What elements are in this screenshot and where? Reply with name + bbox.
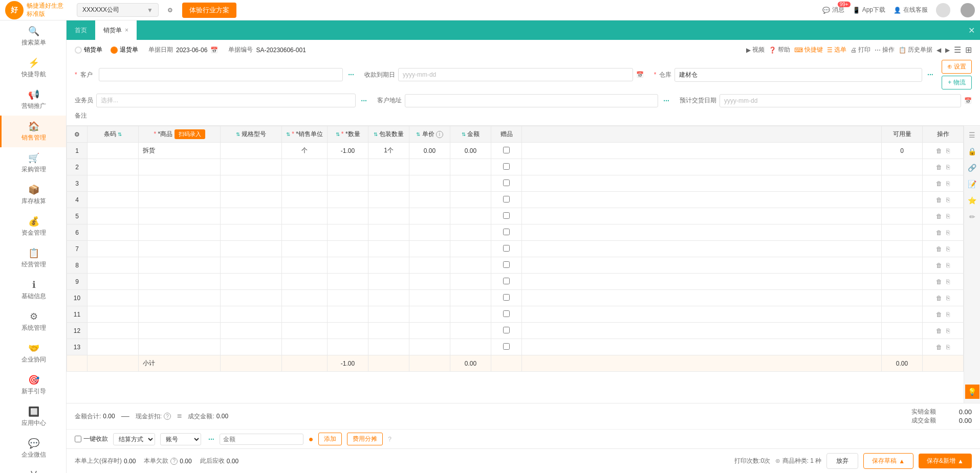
row-spec[interactable] xyxy=(221,306,282,323)
th-pack-qty[interactable]: ⇅ 包装数量 xyxy=(368,126,409,143)
row-product[interactable]: 拆货 xyxy=(139,143,221,159)
right-panel-orange-icon[interactable]: 💡 xyxy=(965,385,979,399)
row-amount[interactable] xyxy=(450,208,491,224)
row-price[interactable] xyxy=(409,257,450,274)
row-barcode[interactable] xyxy=(88,257,139,274)
row-price[interactable] xyxy=(409,224,450,241)
row-unit[interactable] xyxy=(282,175,328,192)
th-available[interactable]: 可用量 xyxy=(882,126,923,143)
th-amount[interactable]: ⇅ 金额 xyxy=(450,126,491,143)
row-barcode[interactable] xyxy=(88,290,139,306)
row-product[interactable] xyxy=(139,257,221,274)
settings-button[interactable]: ⊕ 设置 xyxy=(942,60,972,74)
row-pack-qty[interactable] xyxy=(368,257,409,274)
prev-record-button[interactable]: ◀ xyxy=(937,47,941,54)
one-click-payment-checkbox[interactable]: 一键收款 xyxy=(75,435,108,443)
delete-icon[interactable]: 🗑 xyxy=(936,229,942,236)
sidebar-item-企业微信[interactable]: 💬企业微信 xyxy=(0,433,66,464)
warehouse-input[interactable]: 建材仓 xyxy=(674,68,922,82)
row-amount[interactable] xyxy=(450,224,491,241)
row-barcode[interactable] xyxy=(88,306,139,323)
row-gift[interactable] xyxy=(491,257,522,274)
sidebar-item-应用中心[interactable]: 🔲应用中心 xyxy=(0,401,66,433)
delete-icon[interactable]: 🗑 xyxy=(936,295,942,302)
row-qty[interactable] xyxy=(328,257,368,274)
row-pack-qty[interactable] xyxy=(368,175,409,192)
row-gift[interactable] xyxy=(491,208,522,224)
right-panel-list-icon[interactable]: ☰ xyxy=(965,128,979,142)
sidebar-item-搜索菜单[interactable]: 🔍搜索菜单 xyxy=(0,20,66,52)
row-pack-qty[interactable] xyxy=(368,290,409,306)
row-product[interactable] xyxy=(139,241,221,257)
row-price[interactable] xyxy=(409,274,450,290)
warehouse-more-icon[interactable]: ··· xyxy=(927,71,933,79)
right-panel-note-icon[interactable]: 📝 xyxy=(965,177,979,191)
row-amount[interactable] xyxy=(450,159,491,175)
right-panel-edit-icon[interactable]: ✏ xyxy=(965,210,979,224)
th-price[interactable]: ⇅ 单价 i xyxy=(409,126,450,143)
row-pack-qty[interactable] xyxy=(368,208,409,224)
row-unit[interactable] xyxy=(282,257,328,274)
copy-icon[interactable]: ⎘ xyxy=(946,245,950,253)
row-gift[interactable] xyxy=(491,159,522,175)
delete-icon[interactable]: 🗑 xyxy=(936,278,942,285)
delivery-calendar-icon[interactable]: 📅 xyxy=(964,97,972,104)
list-view-button[interactable]: ☰ xyxy=(954,45,961,55)
row-spec[interactable] xyxy=(221,208,282,224)
row-qty[interactable] xyxy=(328,306,368,323)
row-barcode[interactable] xyxy=(88,339,139,355)
row-unit[interactable] xyxy=(282,339,328,355)
row-spec[interactable] xyxy=(221,274,282,290)
row-barcode[interactable] xyxy=(88,192,139,208)
sidebar-item-基础信息[interactable]: ℹ基础信息 xyxy=(0,274,66,306)
account-select[interactable]: 账号 xyxy=(160,433,201,445)
sidebar-item-采购管理[interactable]: 🛒采购管理 xyxy=(0,147,66,179)
row-price[interactable]: 0.00 xyxy=(409,143,450,159)
row-pack-qty[interactable] xyxy=(368,159,409,175)
scan-button[interactable]: 扫码录入 xyxy=(175,129,205,139)
row-qty[interactable] xyxy=(328,339,368,355)
right-panel-star-icon[interactable]: ⭐ xyxy=(965,193,979,208)
discard-button[interactable]: 放弃 xyxy=(826,453,858,469)
row-spec[interactable] xyxy=(221,257,282,274)
radio-sales-order[interactable]: 销货单 xyxy=(75,46,102,54)
row-qty[interactable] xyxy=(328,159,368,175)
row-price[interactable] xyxy=(409,306,450,323)
row-product[interactable] xyxy=(139,306,221,323)
row-price[interactable] xyxy=(409,175,450,192)
sidebar-item-新手引导[interactable]: 🎯新手引导 xyxy=(0,369,66,401)
save-new-button[interactable]: 保存&新增 ▲ xyxy=(919,454,972,468)
discount-info-icon[interactable]: ? xyxy=(164,413,171,420)
tab-home[interactable]: 首页 xyxy=(67,20,95,40)
sidebar-item-企业协同[interactable]: 🤝企业协同 xyxy=(0,337,66,369)
account-more-icon[interactable]: ··· xyxy=(208,435,214,443)
row-barcode[interactable] xyxy=(88,159,139,175)
row-amount[interactable] xyxy=(450,175,491,192)
app-download-button[interactable]: 📱 App下载 xyxy=(853,6,885,14)
tab-bar-close[interactable]: ✕ xyxy=(968,26,980,35)
row-amount[interactable]: 0.00 xyxy=(450,143,491,159)
th-unit[interactable]: ⇅ * *销售单位 xyxy=(282,126,328,143)
row-barcode[interactable] xyxy=(88,224,139,241)
customer-address-input[interactable] xyxy=(405,94,658,107)
delete-icon[interactable]: 🗑 xyxy=(936,147,942,154)
row-spec[interactable] xyxy=(221,323,282,339)
row-price[interactable] xyxy=(409,241,450,257)
row-product[interactable] xyxy=(139,274,221,290)
sidebar-item-经营管理[interactable]: 📋经营管理 xyxy=(0,242,66,274)
row-product[interactable] xyxy=(139,339,221,355)
video-button[interactable]: ▶视频 xyxy=(746,46,765,54)
row-gift[interactable] xyxy=(491,274,522,290)
row-gift[interactable] xyxy=(491,241,522,257)
sidebar-item-库存核算[interactable]: 📦库存核算 xyxy=(0,179,66,211)
row-pack-qty[interactable] xyxy=(368,224,409,241)
copy-icon[interactable]: ⎘ xyxy=(946,180,950,187)
row-pack-qty[interactable] xyxy=(368,241,409,257)
row-spec[interactable] xyxy=(221,224,282,241)
delete-icon[interactable]: 🗑 xyxy=(936,327,942,334)
row-unit[interactable] xyxy=(282,159,328,175)
right-panel-link-icon[interactable]: 🔗 xyxy=(965,161,979,175)
row-product[interactable] xyxy=(139,192,221,208)
row-product[interactable] xyxy=(139,159,221,175)
row-gift[interactable] xyxy=(491,339,522,355)
